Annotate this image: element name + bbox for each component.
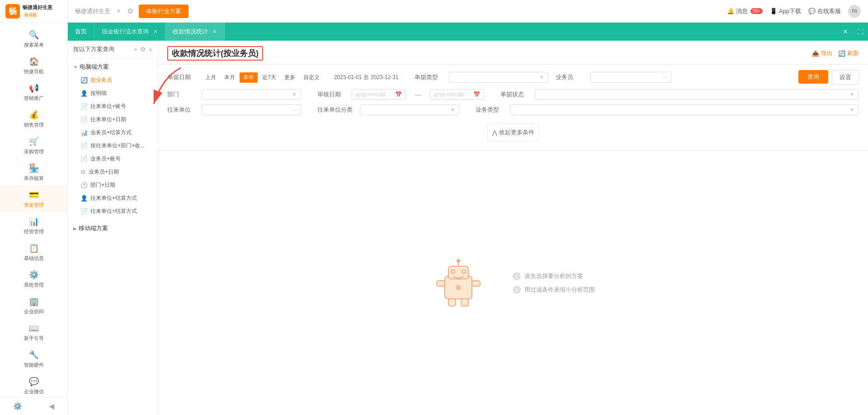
scheme-add-icon[interactable]: + [134,46,137,53]
salesman-active-icon: 🔄 [80,77,88,84]
dept-select[interactable]: ▼ [202,89,301,100]
online-service-link[interactable]: 💬 在线客服 [808,7,841,15]
sidebar-item-purchase[interactable]: 🛒 采购管理 [0,132,67,159]
scheme-panel-title: 按以下方案查询 [73,45,114,53]
date-tab-last-month[interactable]: 上月 [202,72,220,83]
scheme-group-mobile-title[interactable]: ▶ 移动端方案 [68,222,158,235]
date-tab-this-year[interactable]: 本年 [240,72,258,83]
scheme-panel-actions: + ⚙ « [134,46,152,53]
date-tab-more[interactable]: 更多 [281,72,299,83]
unit-category-select[interactable]: ▼ [360,104,459,115]
guide-icon: 📖 [29,323,39,333]
unit-select[interactable]: ··· [202,104,301,115]
tab-home[interactable]: 首页 [68,23,94,41]
sidebar-item-guide[interactable]: 📖 新手引导 [0,319,67,345]
query-button[interactable]: 查询 [798,70,828,84]
sidebar-item-smart[interactable]: 🔧 智能硬件 [0,345,67,372]
scheme-item-salesman-settle[interactable]: 📊 业务员+结算方式 [68,126,158,139]
sidebar-item-wechat[interactable]: 💬 企业微信 [0,372,67,397]
sidebar-item-enterprise[interactable]: 🏢 企业协同 [0,292,67,319]
empty-content: 1 请先选择要分析的方案 2 用过滤条件来缩小分析范围 [431,256,595,310]
scheme-settings-icon[interactable]: ⚙ [140,46,146,53]
tab-receipt-close-icon[interactable]: ✕ [212,28,217,35]
scheme-collapse-icon[interactable]: « [149,46,152,53]
scheme-group-desktop: ▼ 电脑端方案 🔄 按业务员 👤 按明细 📄 往来单位+账号 📄 [68,58,158,220]
review-date-end-input[interactable]: yyyy-mm-dd 📅 [430,89,484,100]
sidebar-footer: ⚙️ ◀ [0,397,67,415]
review-date-label: 审核日期 [317,90,344,99]
logo-area: 畅 畅捷通好生意 标准版 [0,0,67,23]
scheme-item-unit-settle1[interactable]: 👤 往来单位+结算方式 [68,192,158,205]
svg-rect-9 [472,281,480,286]
phone-icon: 📱 [770,8,777,14]
unit-dept-recv-icon: 📄 [80,142,88,149]
sidebar-item-system[interactable]: ⚙️ 系统管理 [0,265,67,292]
footer-settings-icon[interactable]: ⚙️ [13,402,22,410]
detail-icon: 👤 [80,90,88,97]
unit-settle1-icon: 👤 [80,195,88,202]
doc-type-arrow-icon: ▼ [539,74,545,80]
scheme-group-desktop-title[interactable]: ▼ 电脑端方案 [68,60,158,74]
scheme-item-salesman-date[interactable]: ⚙ 业务员+日期 [68,165,158,179]
sidebar-nav: 🔍 搜索菜单 🏠 快捷导航 📢 营销推广 💰 销售管理 🛒 采购管理 🏪 库存核… [0,23,67,397]
sidebar-item-marketing[interactable]: 📢 营销推广 [0,79,67,105]
sidebar-item-sales[interactable]: 💰 销售管理 [0,105,67,132]
window-maximize-icon[interactable]: ⛶ [857,28,863,35]
tab-bank[interactable]: 现金银行流水查询 ✕ [94,23,165,41]
scheme-item-unit-dept-recv[interactable]: 📄 按往来单位+部门+收... [68,139,158,152]
app-download-link[interactable]: 📱 App下载 [770,7,801,15]
scheme-item-by-salesman[interactable]: 🔄 按业务员 [68,74,158,87]
chevron-right-icon: ▶ [73,226,77,231]
sidebar-item-basic[interactable]: 📋 基础信息 [0,239,67,265]
scheme-item-unit-date[interactable]: 📄 往来单位+日期 [68,113,158,126]
collapse-icon: ⋀ [492,129,497,136]
solution-button[interactable]: 体验行业方案 [139,5,189,18]
scheme-item-unit-account[interactable]: 📄 往来单位+账号 [68,100,158,113]
scheme-item-by-detail[interactable]: 👤 按明细 [68,87,158,100]
doc-status-select[interactable]: ▼ [535,89,859,100]
export-button[interactable]: 📤 导出 [812,49,833,57]
biz-type-select[interactable]: ▼ [510,104,859,115]
window-close-icon[interactable]: ✕ [843,28,848,35]
sidebar-item-search[interactable]: 🔍 搜索菜单 [0,25,67,52]
page-header-actions: 📤 导出 🔄 刷新 [812,49,859,57]
collapse-filters-button[interactable]: ⋀ 收起更多条件 [487,123,539,141]
topbar-gear-icon[interactable]: ⚙ [127,7,133,15]
sidebar-item-finance[interactable]: 💳 资金管理 [0,185,67,212]
settings-button[interactable]: 设置 [832,70,859,85]
tip-1-number: 1 [513,272,521,280]
tip-2-number: 2 [513,286,521,294]
tabbar-window-close[interactable]: ✕ [838,23,853,41]
review-date-start-input[interactable]: yyyy-mm-dd 📅 [352,89,406,100]
avatar[interactable]: Rit [848,5,861,18]
notifications-link[interactable]: 🔔 消息 99+ [727,7,763,15]
sidebar-item-quicknav[interactable]: 🏠 快捷导航 [0,52,67,79]
sidebar-item-operations[interactable]: 📊 经营管理 [0,212,67,239]
footer-collapse-icon[interactable]: ◀ [49,402,54,410]
scheme-item-salesman-account[interactable]: 📄 业务员+账号 [68,152,158,165]
topbar-left: 畅捷通好生意 ▼ ⚙ 体验行业方案 [75,5,189,18]
date-dash: — [415,91,421,98]
tab-receipt[interactable]: 收款情况统计 ✕ [165,23,225,41]
date-tab-7days[interactable]: 近7天 [259,72,280,83]
purchase-icon: 🛒 [29,137,39,146]
logo-text: 畅捷通好生意 标准版 [23,4,52,19]
scheme-item-unit-settle2[interactable]: 📄 往来单位+结算方式 [68,205,158,218]
refresh-icon: 🔄 [838,50,845,57]
date-tab-custom[interactable]: 自定义 [300,72,323,83]
salesman-settle-icon: 📊 [80,129,88,136]
tabbar-spacer [225,23,838,41]
search-icon: 🔍 [29,30,39,40]
dept-arrow-icon: ▼ [292,91,297,98]
tabbar-window-maximize[interactable]: ⛶ [853,23,868,41]
sidebar-item-inventory[interactable]: 🏪 库存核算 [0,159,67,185]
filter-area: 单据日期 上月 本月 本年 近7天 更多 自定义 2023-01-01 至 20… [158,65,868,151]
salesman-select[interactable]: ··· [590,72,671,83]
date-tab-this-month[interactable]: 本月 [221,72,239,83]
tab-bank-close-icon[interactable]: ✕ [153,28,158,35]
doc-type-select[interactable]: ▼ [449,72,548,83]
unit-account-icon: 📄 [80,103,88,110]
refresh-button[interactable]: 🔄 刷新 [838,49,859,57]
scheme-item-dept-date[interactable]: 🕐 部门+日期 [68,179,158,192]
content-area: 收款情况统计(按业务员) 📤 导出 🔄 刷新 单据日期 [158,41,868,415]
